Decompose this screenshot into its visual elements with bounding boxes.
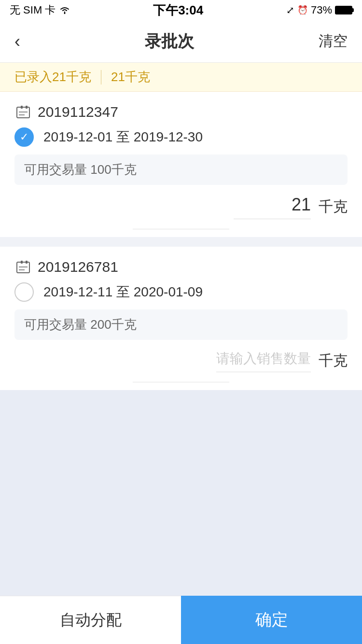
batch-1-icon [14,103,32,121]
batch-1-date: 2019-12-01 至 2019-12-30 [43,128,203,146]
svg-rect-6 [21,261,23,264]
batch-1-header: 2019112347 [14,103,348,121]
bottom-bar: 自动分配 确定 [0,596,362,644]
clear-button[interactable]: 清空 [319,31,348,51]
battery-percent: 73% [311,4,332,16]
battery-icon [335,6,352,14]
batch-1-unit: 千克 [319,197,348,217]
status-right: ⤢ ⏰ 73% [286,4,352,16]
batch-2-radio[interactable] [14,282,34,302]
batch-item-1: 2019112347 2019-12-01 至 2019-12-30 可用交易量… [0,92,362,185]
no-sim-text: 无 SIM 卡 [10,3,56,17]
batch-1-quantity-value[interactable]: 21 [292,195,311,215]
empty-area [0,390,362,612]
batch-2-quantity-row: 请输入销售数量 千克 [0,340,362,382]
recorded-amount-value: 21千克 [111,69,150,85]
batch-2-available: 可用交易量 200千克 [14,309,348,340]
batch-1-spacer [0,229,362,237]
recorded-amount-label: 已录入21千克 [14,69,91,85]
svg-rect-5 [17,262,29,273]
batch-2-available-text: 可用交易量 200千克 [24,317,137,332]
wifi-icon [59,6,70,14]
batch-2-date: 2019-12-11 至 2020-01-09 [43,283,203,301]
batch-1-date-row: 2019-12-01 至 2019-12-30 [14,127,348,147]
batch-2-unit: 千克 [319,351,348,371]
location-icon: ⤢ [286,4,294,16]
confirm-label: 确定 [255,609,288,631]
batch-1-input-wrapper: 21 [234,195,311,219]
batch-section-2: 2019126781 2019-12-11 至 2020-01-09 可用交易量… [0,247,362,390]
batch-1-id: 2019112347 [38,104,118,120]
batch-1-available: 可用交易量 100千克 [14,154,348,185]
batch-section-1: 2019112347 2019-12-01 至 2019-12-30 可用交易量… [0,92,362,237]
back-button[interactable]: ‹ [14,31,20,52]
alarm-icon: ⏰ [297,5,308,15]
batch-2-input-wrapper: 请输入销售数量 [216,350,311,372]
batch-1-radio[interactable] [14,127,34,147]
batch-2-header: 2019126781 [14,258,348,276]
info-banner: 已录入21千克 21千克 [0,63,362,92]
batch-2-quantity-placeholder[interactable]: 请输入销售数量 [216,350,311,368]
banner-divider [101,70,101,84]
nav-bar: ‹ 录批次 清空 [0,20,362,63]
batch-1-available-text: 可用交易量 100千克 [24,162,137,177]
batch-2-icon [14,258,32,276]
main-content: 已录入21千克 21千克 2019112347 2 [0,63,362,612]
batch-1-quantity-row: 21 千克 [0,185,362,229]
batch-2-id: 2019126781 [38,259,118,275]
svg-rect-0 [17,107,29,118]
svg-rect-7 [26,261,28,264]
status-left: 无 SIM 卡 [10,3,70,17]
auto-distribute-label: 自动分配 [60,610,122,631]
section-divider [0,237,362,247]
svg-rect-2 [26,106,28,109]
status-bar: 无 SIM 卡 下午3:04 ⤢ ⏰ 73% [0,0,362,20]
svg-rect-1 [21,106,23,109]
auto-distribute-button[interactable]: 自动分配 [0,596,181,644]
status-time: 下午3:04 [153,2,203,19]
batch-2-date-row: 2019-12-11 至 2020-01-09 [14,282,348,302]
batch-2-spacer [0,382,362,390]
confirm-button[interactable]: 确定 [181,596,362,644]
batch-item-2: 2019126781 2019-12-11 至 2020-01-09 可用交易量… [0,247,362,340]
page-title: 录批次 [145,30,194,53]
